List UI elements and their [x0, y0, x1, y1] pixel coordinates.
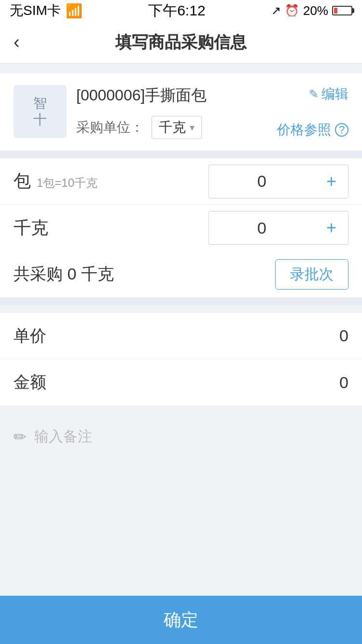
price-row-amount: 金额 0	[0, 359, 362, 406]
status-right: ↗ ⏰ 20%	[271, 3, 352, 18]
price-row-unit: 单价 0	[0, 313, 362, 359]
battery-percent: 20%	[303, 3, 328, 18]
input-row-bao: 包 1包=10千克 +	[0, 158, 362, 205]
unit-price-label: 单价	[14, 325, 46, 347]
product-card: 智 十 [0000006]手撕面包 采购单位： 千克 ▾ ✎ 编辑 价格参照 ?	[0, 73, 362, 151]
bao-plus-button[interactable]: +	[315, 165, 348, 198]
price-ref-button[interactable]: 价格参照 ?	[277, 121, 348, 139]
total-section: 共采购 0 千克 录批次	[0, 251, 362, 297]
amount-label: 金额	[14, 371, 46, 393]
product-name: [0000006]手撕面包	[76, 85, 348, 106]
location-icon: ↗	[271, 4, 281, 17]
confirm-button[interactable]: 确定	[0, 596, 362, 644]
input-field-wrap-kg: +	[209, 211, 348, 245]
unit-select[interactable]: 千克 ▾	[152, 116, 202, 139]
edit-icon: ✎	[309, 87, 319, 101]
unit-value: 千克	[159, 118, 186, 137]
main-label-bao: 包	[14, 169, 31, 193]
unit-price-value: 0	[339, 326, 348, 345]
alarm-icon: ⏰	[285, 4, 299, 17]
batch-button[interactable]: 录批次	[275, 259, 348, 290]
section-divider-1	[0, 151, 362, 158]
wifi-icon: 📶	[66, 3, 83, 19]
label-bao: 包 1包=10千克	[14, 169, 209, 193]
label-kg: 千克	[14, 216, 209, 240]
status-left: 无SIM卡 📶	[10, 1, 83, 20]
price-ref-label: 价格参照	[277, 121, 331, 139]
kg-input[interactable]	[209, 211, 315, 245]
product-logo: 智 十	[33, 95, 47, 127]
price-section: 单价 0 金额 0	[0, 313, 362, 406]
input-field-wrap-bao: +	[209, 165, 348, 198]
notes-section[interactable]: ✏ 输入备注	[0, 413, 362, 460]
sub-label-bao: 1包=10千克	[37, 175, 97, 191]
page-title: 填写商品采购信息	[115, 31, 247, 54]
back-button[interactable]: ‹	[14, 32, 20, 53]
edit-button[interactable]: ✎ 编辑	[309, 85, 348, 103]
status-time: 下午6:12	[148, 1, 205, 21]
total-label: 共采购 0 千克	[14, 263, 114, 285]
amount-value: 0	[339, 373, 348, 392]
product-image: 智 十	[14, 85, 67, 138]
battery-fill	[334, 8, 337, 14]
input-row-kg: 千克 +	[0, 205, 362, 251]
bao-input[interactable]	[209, 165, 315, 198]
notes-placeholder: 输入备注	[34, 427, 92, 447]
chevron-down-icon: ▾	[190, 122, 195, 133]
battery-icon	[332, 6, 352, 15]
input-section: 包 1包=10千克 + 千克 +	[0, 158, 362, 251]
section-divider-2	[0, 297, 362, 305]
help-icon: ?	[335, 123, 348, 137]
pencil-icon: ✏	[14, 428, 27, 446]
main-label-kg: 千克	[14, 216, 48, 240]
unit-label: 采购单位：	[76, 118, 144, 137]
status-bar: 无SIM卡 📶 下午6:12 ↗ ⏰ 20%	[0, 0, 362, 21]
nav-bar: ‹ 填写商品采购信息	[0, 21, 362, 64]
carrier-label: 无SIM卡	[10, 1, 61, 20]
kg-plus-button[interactable]: +	[315, 211, 348, 245]
